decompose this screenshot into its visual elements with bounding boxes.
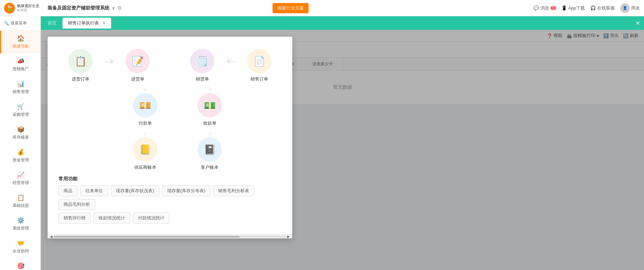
sales-icon: 📊 — [17, 80, 24, 88]
system-title: 装备及固定资产辅助管理系统 ▾ ⚙ — [45, 5, 273, 11]
tab-sales-order-exec[interactable]: 销售订单执行表 ✕ — [63, 18, 111, 29]
sidebar-item-inventory[interactable]: 📦 库存核算 — [0, 122, 40, 144]
inventory-icon: 📦 — [17, 126, 24, 133]
collab-icon: 🤝 — [17, 239, 24, 247]
sidebar-item-basic[interactable]: 📋 基础信息 — [0, 190, 40, 213]
page-content: ❓ 帮助 🖨️ 按模板打印 ▾ ⬆️ 导出 🔄 刷新 📅 单据状态 — [41, 30, 644, 270]
func-btn-contact[interactable]: 往来单位 — [80, 185, 108, 196]
message-icon: 💬 — [534, 5, 539, 11]
search-menu-button[interactable]: 🔍 搜索菜单 — [3, 19, 38, 28]
arrow-payment-down: ↓ — [144, 129, 146, 137]
sidebar-item-sales[interactable]: 📊 销售管理 — [0, 76, 40, 99]
scrollbar-track[interactable] — [54, 236, 286, 238]
sidebar-item-operation[interactable]: 📈 经营管理 — [0, 167, 40, 190]
main-content: 首页 销售订单执行表 ✕ ✕ ❓ 帮助 🖨️ 按模板打印 ▾ ⬆️ 导出 — [41, 16, 644, 270]
sidebar-item-collab[interactable]: 🤝 企业协同 — [0, 235, 40, 258]
online-service-item[interactable]: 🎧 在线客服 — [590, 5, 615, 11]
sidebar-item-finance[interactable]: 💰 资金管理 — [0, 144, 40, 167]
avatar: 👤 — [620, 3, 630, 13]
top-bar: 🍃 畅康通好生意 标准版 装备及固定资产辅助管理系统 ▾ ⚙ 体验行业方案 💬 … — [0, 0, 644, 16]
operation-icon: 📈 — [17, 171, 24, 179]
arrow-receipt-down: ↓ — [208, 129, 211, 137]
sidebar-item-system[interactable]: ⚙️ 系统管理 — [0, 213, 40, 235]
func-btn-goods-profit[interactable]: 商品毛利分析 — [58, 199, 95, 210]
flow-node-supplier-account[interactable]: 📒 供应商账本 — [123, 137, 167, 170]
sidebar-search-area: 🔍 搜索菜单 — [0, 16, 40, 31]
common-functions-title: 常用功能 — [58, 176, 281, 182]
tab-home[interactable]: 首页 — [42, 18, 62, 29]
flow-node-purchase-order[interactable]: 📋 进货订单 — [58, 49, 103, 82]
marketing-icon: 📣 — [17, 57, 24, 65]
flow-node-sales-bill[interactable]: 🗒️ 销货单 — [180, 49, 224, 82]
modal-overlay[interactable]: 📋 进货订单 ··> 📝 — [41, 30, 644, 270]
sidebar-item-quick[interactable]: 🏠 快捷导航 — [0, 31, 40, 53]
scrollbar-thumb[interactable] — [54, 236, 240, 238]
logo-text: 畅康通好生意 标准版 — [17, 4, 39, 12]
scroll-right-button[interactable]: ▶ — [286, 234, 291, 239]
sidebar-item-purchase[interactable]: 🛒 采购管理 — [0, 99, 40, 122]
arrow-sales-bill-down: ↓ — [208, 85, 211, 93]
quick-nav-modal: 📋 进货订单 ··> 📝 — [48, 37, 292, 238]
basic-icon: 📋 — [17, 194, 24, 201]
user-item[interactable]: 👤 用友 — [620, 3, 640, 13]
modal-scrollbar: ◀ ▶ — [48, 234, 292, 238]
messages-item[interactable]: 💬 消息 5 — [534, 5, 556, 11]
func-btn-goods[interactable]: 商品 — [58, 185, 77, 196]
flow-node-payment[interactable]: 💴 付款单 — [123, 93, 167, 126]
trial-button[interactable]: 体验行业方案 — [273, 3, 309, 13]
finance-icon: 💰 — [17, 148, 24, 156]
sidebar-item-guide[interactable]: 🎯 新手引导 — [0, 258, 40, 270]
tab-bar-close-button[interactable]: ✕ — [633, 20, 643, 26]
func-btn-sales-rank[interactable]: 销售排行榜 — [58, 213, 91, 223]
flow-section: 📋 进货订单 ··> 📝 — [58, 45, 281, 175]
guide-icon: 🎯 — [17, 262, 24, 270]
tab-close-icon[interactable]: ✕ — [102, 21, 106, 25]
func-btn-stock-dist[interactable]: 现存量(库存分布表) — [162, 185, 211, 196]
purchase-icon: 🛒 — [17, 103, 24, 110]
func-buttons-row1: 商品 往来单位 现存量(库存状况表) 现存量(库存分布表) 销售毛利分析表 商品… — [58, 185, 281, 210]
arrow-purchase-order-to-bill: ··> — [103, 57, 116, 66]
modal-body: 📋 进货订单 ··> 📝 — [48, 37, 292, 234]
tab-bar: 首页 销售订单执行表 ✕ ✕ — [41, 16, 644, 30]
settings-icon[interactable]: ⚙ — [117, 5, 122, 11]
logo-area: 🍃 畅康通好生意 标准版 — [4, 3, 45, 14]
arrow-purchase-bill-down: ↓ — [144, 85, 146, 93]
search-icon: 🔍 — [4, 21, 9, 26]
func-btn-payment-stats[interactable]: 付款情况统计 — [133, 213, 170, 223]
flow-node-purchase-bill[interactable]: 📝 进货单 — [116, 49, 160, 82]
common-functions-section: 常用功能 商品 往来单位 现存量(库存状况表) 现存量(库存分布表) 销售毛利分… — [58, 176, 281, 223]
home-icon: 🏠 — [17, 35, 24, 42]
func-buttons-row2: 销售排行榜 收款情况统计 付款情况统计 — [58, 213, 281, 223]
headset-icon: 🎧 — [590, 5, 596, 11]
flow-node-sales-order[interactable]: 📄 销售订单 — [237, 49, 281, 82]
func-btn-stock-status[interactable]: 现存量(库存状况表) — [111, 185, 159, 196]
arrow-sales-order-to-bill: <·· — [224, 57, 237, 66]
scroll-left-button[interactable]: ◀ — [49, 234, 54, 239]
flow-node-customer-account[interactable]: 📓 客户账本 — [188, 137, 232, 170]
app-download-item[interactable]: 📱 App下载 — [561, 5, 585, 11]
flow-node-receipt[interactable]: 💵 收款单 — [188, 93, 232, 126]
system-icon: ⚙️ — [17, 217, 24, 224]
sidebar: 🔍 搜索菜单 🏠 快捷导航 📣 营销推广 📊 销售管理 🛒 采购管理 📦 库存核… — [0, 16, 41, 270]
func-btn-sales-profit[interactable]: 销售毛利分析表 — [213, 185, 254, 196]
dropdown-arrow-icon[interactable]: ▾ — [112, 5, 115, 11]
func-btn-receipt-stats[interactable]: 收款情况统计 — [93, 213, 130, 223]
phone-icon: 📱 — [561, 5, 567, 11]
logo-icon: 🍃 — [4, 3, 15, 14]
top-right-area: 💬 消息 5 📱 App下载 🎧 在线客服 👤 用友 — [534, 3, 640, 13]
sidebar-item-marketing[interactable]: 📣 营销推广 — [0, 53, 40, 76]
